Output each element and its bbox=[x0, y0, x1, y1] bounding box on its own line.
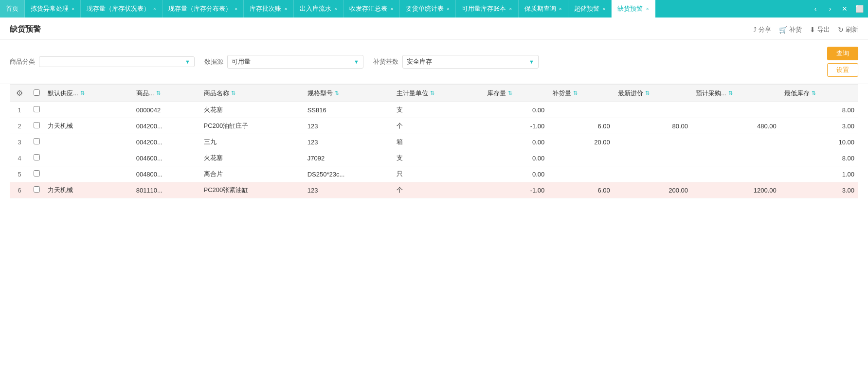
category-filter-group: 商品分类 ▼ bbox=[10, 56, 195, 67]
tab-close-icon[interactable]: × bbox=[284, 6, 287, 12]
row-replenish: 6.00 bbox=[548, 118, 614, 134]
row-supplier bbox=[44, 150, 132, 166]
th-stock: 库存量 ⇅ bbox=[483, 85, 549, 102]
sort-est-purchase-icon[interactable]: ⇅ bbox=[728, 90, 733, 96]
tab-close-icon[interactable]: × bbox=[390, 6, 393, 12]
row-checkbox-cell[interactable] bbox=[29, 102, 44, 118]
tab-close-icon[interactable]: × bbox=[646, 6, 649, 12]
row-replenish bbox=[548, 166, 614, 182]
nav-tab-liu-shui[interactable]: 出入库流水 × bbox=[294, 0, 344, 18]
row-checkbox[interactable] bbox=[34, 154, 40, 160]
tab-close-icon[interactable]: × bbox=[235, 6, 237, 12]
data-table: ⚙ 默认供应... ⇅ 商品... ⇅ bbox=[10, 84, 858, 198]
row-product-code: 004800... bbox=[132, 166, 200, 182]
row-latest-price bbox=[614, 166, 692, 182]
share-button[interactable]: ⤴ 分享 bbox=[753, 25, 771, 34]
row-supplier: 力天机械 bbox=[44, 182, 132, 198]
tab-label: 收发存汇总表 bbox=[349, 4, 387, 13]
select-all-checkbox[interactable] bbox=[34, 89, 40, 96]
gear-icon[interactable]: ⚙ bbox=[16, 89, 23, 97]
nav-tab-que-huo[interactable]: 缺货预警 × bbox=[612, 0, 655, 18]
tab-close-icon[interactable]: × bbox=[559, 6, 562, 12]
nav-tab-xian-cun-1[interactable]: 现存量（库存状况表） × bbox=[81, 0, 162, 18]
nav-prev-button[interactable]: ‹ bbox=[809, 2, 822, 16]
row-product-name: 离合片 bbox=[200, 166, 304, 182]
row-num: 1 bbox=[10, 102, 29, 118]
nav-tab-xian-cun-2[interactable]: 现存量（库存分布表） × bbox=[163, 0, 244, 18]
th-gear[interactable]: ⚙ bbox=[10, 85, 29, 102]
datasource-select-value: 可用量 bbox=[232, 57, 251, 66]
settings-button[interactable]: 设置 bbox=[827, 63, 858, 77]
tab-close-icon[interactable]: × bbox=[602, 6, 605, 12]
nav-tab-yao-huo[interactable]: 要货单统计表 × bbox=[400, 0, 456, 18]
table-wrap: ⚙ 默认供应... ⇅ 商品... ⇅ bbox=[0, 84, 868, 198]
nav-close-button[interactable]: ✕ bbox=[838, 2, 851, 16]
row-num: 2 bbox=[10, 118, 29, 134]
nav-tab-chao-e[interactable]: 超储预警 × bbox=[568, 0, 612, 18]
replenish-select[interactable]: 安全库存 ▼ bbox=[402, 55, 539, 69]
replenish-button[interactable]: 🛒 补货 bbox=[779, 25, 802, 34]
nav-tab-bao-zhi[interactable]: 保质期查询 × bbox=[519, 0, 568, 18]
row-unit: 个 bbox=[393, 118, 483, 134]
tab-close-icon[interactable]: × bbox=[72, 6, 74, 12]
category-select[interactable]: ▼ bbox=[39, 56, 195, 67]
row-stock: 0.00 bbox=[483, 134, 549, 150]
th-spec: 规格型号 ⇅ bbox=[304, 85, 393, 102]
row-latest-price bbox=[614, 150, 692, 166]
tab-close-icon[interactable]: × bbox=[509, 6, 512, 12]
tab-label: 缺货预警 bbox=[617, 4, 643, 13]
th-replenish-label: 补货量 bbox=[552, 89, 571, 98]
row-checkbox-cell[interactable] bbox=[29, 134, 44, 150]
row-num: 5 bbox=[10, 166, 29, 182]
row-checkbox[interactable] bbox=[34, 170, 40, 176]
row-checkbox[interactable] bbox=[34, 138, 40, 144]
nav-next-button[interactable]: › bbox=[823, 2, 837, 16]
sort-spec-icon[interactable]: ⇅ bbox=[335, 90, 339, 96]
nav-maximize-button[interactable]: ⬜ bbox=[852, 2, 866, 16]
refresh-button[interactable]: ↻ 刷新 bbox=[838, 25, 858, 34]
replenish-dropdown-icon: ▼ bbox=[529, 59, 534, 65]
row-checkbox-cell[interactable] bbox=[29, 182, 44, 198]
sort-min-stock-icon[interactable]: ⇅ bbox=[812, 90, 816, 96]
tab-label: 库存批次账 bbox=[250, 4, 281, 13]
sort-product-code-icon[interactable]: ⇅ bbox=[156, 90, 161, 96]
export-label: 导出 bbox=[817, 25, 830, 34]
th-product-name-label: 商品名称 bbox=[204, 89, 229, 98]
datasource-select[interactable]: 可用量 ▼ bbox=[227, 55, 363, 69]
sort-supplier-icon[interactable]: ⇅ bbox=[80, 90, 85, 96]
tab-label: 出入库流水 bbox=[300, 4, 331, 13]
th-spec-label: 规格型号 bbox=[307, 89, 333, 98]
row-est-purchase bbox=[692, 134, 780, 150]
row-checkbox[interactable] bbox=[34, 186, 40, 193]
nav-tab-ke-yong[interactable]: 可用量库存账本 × bbox=[456, 0, 518, 18]
row-checkbox-cell[interactable] bbox=[29, 118, 44, 134]
replenish-select-value: 安全库存 bbox=[407, 57, 432, 66]
row-checkbox-cell[interactable] bbox=[29, 166, 44, 182]
tab-label: 要货单统计表 bbox=[406, 4, 444, 13]
replenish-label: 补货 bbox=[789, 25, 802, 34]
sort-latest-price-icon[interactable]: ⇅ bbox=[645, 90, 650, 96]
nav-tab-shou-fa[interactable]: 收发存汇总表 × bbox=[344, 0, 399, 18]
category-dropdown-icon: ▼ bbox=[185, 59, 190, 65]
row-min-stock: 10.00 bbox=[780, 134, 858, 150]
export-button[interactable]: ⬇ 导出 bbox=[810, 25, 830, 34]
row-checkbox[interactable] bbox=[34, 106, 40, 112]
nav-tab-home[interactable]: 首页 bbox=[0, 0, 25, 18]
nav-tab-pi-ci[interactable]: 库存批次账 × bbox=[244, 0, 293, 18]
row-product-name: PC200张紧油缸 bbox=[200, 182, 304, 198]
share-label: 分享 bbox=[759, 25, 771, 34]
row-checkbox[interactable] bbox=[34, 122, 40, 128]
row-checkbox-cell[interactable] bbox=[29, 150, 44, 166]
sort-product-name-icon[interactable]: ⇅ bbox=[231, 90, 235, 96]
tab-close-icon[interactable]: × bbox=[334, 6, 337, 12]
th-latest-price-label: 最新进价 bbox=[618, 89, 643, 98]
sort-unit-icon[interactable]: ⇅ bbox=[430, 90, 434, 96]
query-button[interactable]: 查询 bbox=[827, 47, 858, 60]
tab-close-icon[interactable]: × bbox=[447, 6, 450, 12]
sort-replenish-icon[interactable]: ⇅ bbox=[573, 90, 578, 96]
nav-tab-lian-huo[interactable]: 拣货异常处理 × bbox=[25, 0, 81, 18]
share-icon: ⤴ bbox=[753, 26, 757, 34]
nav-bar: 首页 拣货异常处理 × 现存量（库存状况表） × 现存量（库存分布表） × 库存… bbox=[0, 0, 868, 18]
sort-stock-icon[interactable]: ⇅ bbox=[508, 90, 512, 96]
tab-close-icon[interactable]: × bbox=[153, 6, 156, 12]
